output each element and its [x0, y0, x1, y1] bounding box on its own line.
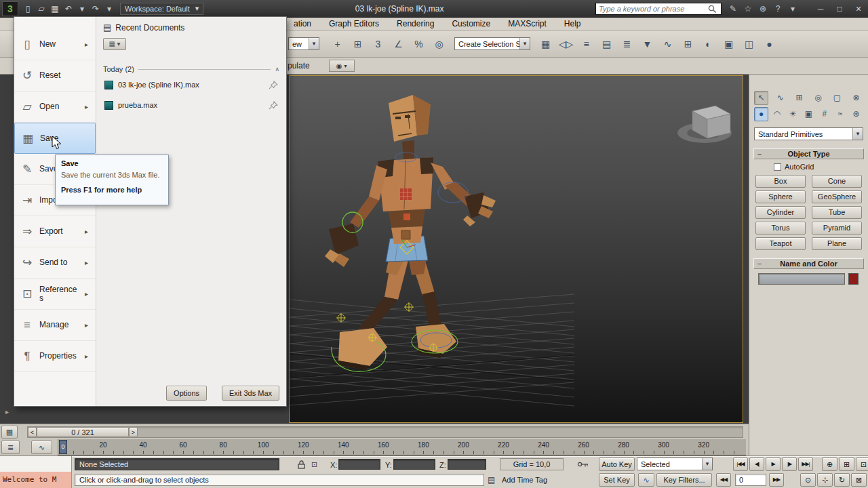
- file-menu-item-open[interactable]: ▱ Open ▸: [14, 92, 96, 123]
- next-key-button[interactable]: ▶▶: [769, 473, 784, 487]
- current-frame-field[interactable]: 0: [735, 474, 766, 486]
- time-tag-icon[interactable]: ▤: [488, 475, 495, 485]
- systems-category[interactable]: ⊛: [849, 107, 863, 121]
- primitives-category-combo[interactable]: Standard Primitives ▾: [754, 127, 863, 140]
- spinner-snap-icon[interactable]: ◎: [430, 35, 448, 53]
- communicate-icon[interactable]: ✎: [726, 4, 741, 14]
- undo-icon[interactable]: ↶: [62, 4, 75, 14]
- previous-key-button[interactable]: ◀◀: [716, 473, 731, 487]
- mirror-icon[interactable]: ◁▷: [557, 35, 575, 53]
- maxscript-mini-listener-top[interactable]: [0, 456, 72, 472]
- pan-view-icon[interactable]: ⊹: [817, 473, 833, 487]
- key-shortcut-icon[interactable]: [577, 460, 589, 469]
- menubar-item[interactable]: Graph Editors: [320, 19, 388, 28]
- file-menu-item-manage[interactable]: ≡ Manage ▸: [14, 310, 96, 341]
- x-coordinate-field[interactable]: [338, 459, 380, 470]
- schematic-view-icon[interactable]: ⊞: [679, 35, 697, 53]
- next-frame-button[interactable]: |▶: [782, 458, 797, 471]
- object-type-button[interactable]: Teapot: [755, 237, 806, 250]
- add-time-tag-label[interactable]: Add Time Tag: [502, 476, 547, 484]
- recent-group-row[interactable]: Today (2) ∧: [103, 65, 279, 73]
- maximize-button[interactable]: □: [830, 2, 849, 16]
- settings-icon[interactable]: ⊛: [755, 4, 770, 14]
- object-type-button[interactable]: Pyramid: [812, 222, 862, 235]
- object-type-button[interactable]: Box: [755, 175, 806, 188]
- absolute-offset-toggle-icon[interactable]: ⊡: [311, 460, 317, 469]
- menubar-item[interactable]: ation: [285, 19, 320, 28]
- time-slider-track[interactable]: < 0 / 321 >: [27, 426, 743, 438]
- lights-category[interactable]: ☀: [786, 107, 800, 121]
- previous-frame-button[interactable]: ◀|: [749, 458, 764, 471]
- geometry-category[interactable]: ●: [754, 107, 768, 121]
- pin-icon[interactable]: [269, 81, 278, 89]
- maximize-viewport-icon[interactable]: ⊠: [851, 473, 867, 487]
- minimize-button[interactable]: ─: [811, 2, 830, 16]
- track-bar-filter-icon[interactable]: ≣: [1, 441, 20, 454]
- file-menu-item-reset[interactable]: ↺ Reset: [14, 60, 96, 92]
- snaps-toggle-icon[interactable]: 3: [369, 35, 387, 53]
- y-coordinate-field[interactable]: [393, 459, 435, 470]
- layer-manager-icon[interactable]: ▤: [597, 35, 616, 53]
- file-menu-item-send-to[interactable]: ↪ Send to ▸: [14, 247, 96, 279]
- default-tangent-icon[interactable]: ∿: [638, 473, 654, 487]
- ribbon-visibility-dropdown[interactable]: ◉ ▾: [329, 60, 355, 72]
- motion-tab[interactable]: ◎: [811, 91, 825, 105]
- object-type-button[interactable]: Plane: [812, 237, 862, 250]
- save-file-icon[interactable]: ▦: [48, 4, 62, 14]
- go-to-start-button[interactable]: |◀◀: [733, 458, 748, 471]
- workspace-combo[interactable]: Workspace: Default ▾: [120, 3, 203, 15]
- help-dropdown-icon[interactable]: ▾: [785, 4, 800, 14]
- pin-icon[interactable]: [269, 101, 278, 110]
- selection-lock-icon[interactable]: [296, 460, 307, 470]
- object-name-field[interactable]: [758, 273, 845, 285]
- play-animation-button[interactable]: ▶: [766, 458, 781, 471]
- object-type-button[interactable]: Cylinder: [755, 206, 806, 219]
- space-warps-category[interactable]: ≈: [833, 107, 848, 121]
- material-editor-icon[interactable]: ◐: [699, 35, 717, 53]
- favorites-star-icon[interactable]: ☆: [741, 4, 755, 14]
- object-type-rollout[interactable]: − Object Type: [753, 148, 864, 159]
- file-menu-item-new[interactable]: ▯ New ▸: [14, 29, 96, 60]
- new-file-icon[interactable]: ▯: [21, 4, 35, 14]
- file-menu-item-properties[interactable]: ¶ Properties ▸: [14, 341, 96, 372]
- object-type-button[interactable]: GeoSphere: [812, 190, 862, 203]
- object-type-button[interactable]: Tube: [812, 206, 862, 219]
- object-type-button[interactable]: Cone: [812, 175, 862, 188]
- zoom-all-icon[interactable]: ⊞: [839, 458, 854, 471]
- current-frame-handle[interactable]: 0: [59, 440, 67, 454]
- align-icon[interactable]: ≡: [577, 35, 595, 53]
- hierarchy-tab[interactable]: ⊞: [792, 91, 806, 105]
- render-setup-icon[interactable]: ▣: [719, 35, 738, 53]
- utilities-tab[interactable]: ⊗: [849, 91, 863, 105]
- menubar-item[interactable]: Rendering: [388, 19, 443, 28]
- edit-named-selections-icon[interactable]: ▦: [536, 35, 555, 53]
- cameras-category[interactable]: ▣: [802, 107, 816, 121]
- redo-dropdown-icon[interactable]: ▾: [102, 4, 116, 14]
- object-color-swatch[interactable]: [848, 273, 859, 285]
- display-tab[interactable]: ▢: [830, 91, 844, 105]
- keyboard-override-icon[interactable]: ⊞: [349, 35, 367, 53]
- search-input[interactable]: [596, 5, 707, 13]
- ribbon-tab-manipulate[interactable]: pulate: [288, 61, 310, 70]
- menubar-item[interactable]: Customize: [443, 19, 499, 28]
- go-to-end-button[interactable]: ▶▶|: [798, 458, 813, 471]
- key-filters-button[interactable]: Key Filters...: [656, 473, 712, 487]
- set-key-button[interactable]: Set Key: [599, 473, 635, 487]
- angle-snap-icon[interactable]: ∠: [389, 35, 408, 53]
- undo-dropdown-icon[interactable]: ▾: [75, 4, 89, 14]
- render-production-icon[interactable]: ●: [760, 35, 778, 53]
- file-menu-item-references[interactable]: ⊡ References ▸: [14, 279, 96, 310]
- autogrid-checkbox[interactable]: [774, 163, 781, 171]
- open-file-icon[interactable]: ▱: [35, 4, 48, 14]
- flyout-arrow-icon[interactable]: ▸: [5, 408, 9, 415]
- file-menu-item-export[interactable]: ⇒ Export ▸: [14, 216, 96, 247]
- recent-file-item[interactable]: 03 lk-joe (Spline IK).max: [103, 76, 279, 94]
- redo-icon[interactable]: ↷: [89, 4, 102, 14]
- application-menu-button[interactable]: 3: [2, 1, 18, 16]
- maxscript-mini-listener[interactable]: Welcome to M: [0, 472, 72, 488]
- z-coordinate-field[interactable]: [448, 459, 486, 470]
- name-and-color-rollout[interactable]: − Name and Color: [753, 258, 864, 269]
- auto-key-button[interactable]: Auto Key: [599, 458, 635, 471]
- previous-frame-arrow[interactable]: <: [28, 427, 37, 437]
- modify-tab[interactable]: ∿: [773, 91, 787, 105]
